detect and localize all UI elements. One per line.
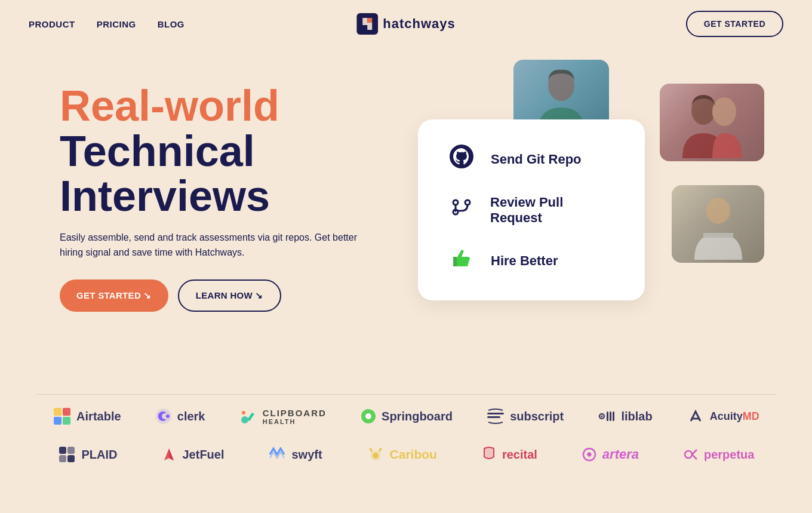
logos-row-2: PLAID JetFuel swyft <box>36 445 776 464</box>
photo-candidate-2 <box>660 84 764 161</box>
logo[interactable]: hatchways <box>356 13 456 35</box>
svg-point-8 <box>453 200 458 205</box>
springboard-icon <box>360 408 377 425</box>
logo-jetfuel: JetFuel <box>161 446 224 463</box>
thumbs-up-icon <box>447 245 476 277</box>
springboard-label: Springboard <box>382 410 453 423</box>
logo-text: hatchways <box>383 16 456 32</box>
perpetua-label: perpetua <box>704 448 754 462</box>
caribou-icon <box>366 446 385 463</box>
liblab-label: liblab <box>621 410 652 423</box>
clipboard-sub-label: HEALTH <box>263 418 327 425</box>
recital-label: recital <box>502 448 537 462</box>
logo-liblab: liblab <box>597 408 652 425</box>
airtable-icon <box>53 407 72 426</box>
logo-plaid: PLAID <box>57 445 117 464</box>
hero-section: Real-world Technical Interviews Easily a… <box>0 48 812 394</box>
subscript-label: subscript <box>510 410 564 423</box>
hero-description: Easily assemble, send and track assessme… <box>60 230 370 260</box>
svg-point-3 <box>712 97 736 126</box>
logo-springboard: Springboard <box>360 408 453 425</box>
nav-blog[interactable]: BLOG <box>158 19 184 29</box>
recital-icon <box>481 446 497 463</box>
github-icon <box>447 143 476 175</box>
pull-request-icon <box>447 194 476 226</box>
hero-title-line2: Technical <box>60 129 406 174</box>
clerk-icon <box>155 407 173 425</box>
svg-rect-14 <box>54 417 61 425</box>
svg-point-38 <box>373 453 379 459</box>
svg-rect-15 <box>63 417 70 425</box>
svg-marker-36 <box>169 449 174 460</box>
plaid-label: PLAID <box>81 448 117 462</box>
hero-title-line1: Real-world <box>60 84 406 129</box>
clerk-label: clerk <box>177 410 205 423</box>
caribou-label: Caribou <box>390 447 437 462</box>
card-item-pr: Review Pull Request <box>447 194 616 226</box>
svg-rect-12 <box>54 408 61 416</box>
logo-recital: recital <box>481 446 537 463</box>
perpetua-icon <box>682 446 699 463</box>
logo-caribou: Caribou <box>366 446 437 463</box>
clipboard-label: CLIPBOARD <box>263 408 327 418</box>
svg-rect-31 <box>59 447 66 454</box>
person-image-2 <box>676 87 748 158</box>
logo-clipboard: CLIPBOARD HEALTH <box>239 407 327 426</box>
navigation: PRODUCT PRICING BLOG hatchways GET START… <box>0 0 812 48</box>
logo-icon <box>356 13 378 35</box>
jetfuel-icon <box>161 446 177 463</box>
svg-point-21 <box>365 413 371 419</box>
liblab-icon <box>597 408 616 425</box>
swyft-icon <box>267 446 287 463</box>
svg-point-40 <box>685 451 692 458</box>
svg-rect-27 <box>607 411 608 421</box>
logo-artera: artera <box>581 446 639 463</box>
artera-icon <box>581 446 598 463</box>
nav-product[interactable]: PRODUCT <box>29 19 75 29</box>
logos-row-1: Airtable clerk CLIPBOARD HEALTH <box>36 407 776 426</box>
logos-section: Airtable clerk CLIPBOARD HEALTH <box>0 395 812 507</box>
acuity-icon <box>686 408 705 425</box>
svg-rect-28 <box>610 411 611 421</box>
svg-rect-5 <box>703 233 733 238</box>
card-item-git-text: Send Git Repo <box>491 152 582 167</box>
logo-perpetua: perpetua <box>682 446 754 463</box>
svg-point-17 <box>166 414 170 418</box>
logo-airtable: Airtable <box>53 407 121 426</box>
svg-point-4 <box>706 198 730 224</box>
hero-visual: Send Git Repo Review Pull Request <box>406 60 764 370</box>
logo-clerk: clerk <box>155 407 205 425</box>
logo-subscript: subscript <box>486 408 564 425</box>
svg-rect-29 <box>613 411 614 421</box>
logo-acuity: AcuityMD <box>686 408 759 425</box>
jetfuel-label: JetFuel <box>182 448 224 462</box>
clipboard-icon <box>239 407 258 426</box>
svg-rect-32 <box>67 447 75 454</box>
hero-learn-how-button[interactable]: LEARN HOW ↘ <box>178 279 281 312</box>
card-item-pr-text: Review Pull Request <box>490 195 616 226</box>
logo-swyft: swyft <box>267 446 322 463</box>
swyft-label: swyft <box>291 448 322 462</box>
hero-title-line3: Interviews <box>60 174 406 219</box>
clipboard-label-wrap: CLIPBOARD HEALTH <box>263 408 327 425</box>
hero-buttons: GET STARTED ↘ LEARN HOW ↘ <box>60 279 406 312</box>
artera-label: artera <box>602 447 639 462</box>
svg-rect-23 <box>487 416 500 418</box>
card-item-hire: Hire Better <box>447 245 616 277</box>
airtable-label: Airtable <box>76 410 121 423</box>
nav-links: PRODUCT PRICING BLOG <box>29 19 184 29</box>
svg-rect-33 <box>59 455 66 462</box>
acuity-label: AcuityMD <box>710 410 759 423</box>
card-item-git: Send Git Repo <box>447 143 616 175</box>
subscript-icon <box>486 408 505 425</box>
svg-point-7 <box>450 195 473 219</box>
hero-content: Real-world Technical Interviews Easily a… <box>60 60 406 312</box>
svg-rect-34 <box>67 455 75 462</box>
nav-cta-button[interactable]: GET STARTED <box>686 11 783 37</box>
hero-get-started-button[interactable]: GET STARTED ↘ <box>60 279 168 312</box>
svg-rect-22 <box>487 413 504 414</box>
nav-pricing[interactable]: PRICING <box>97 19 136 29</box>
svg-point-26 <box>601 416 603 417</box>
person-image-3 <box>685 188 751 260</box>
svg-point-10 <box>465 200 470 205</box>
